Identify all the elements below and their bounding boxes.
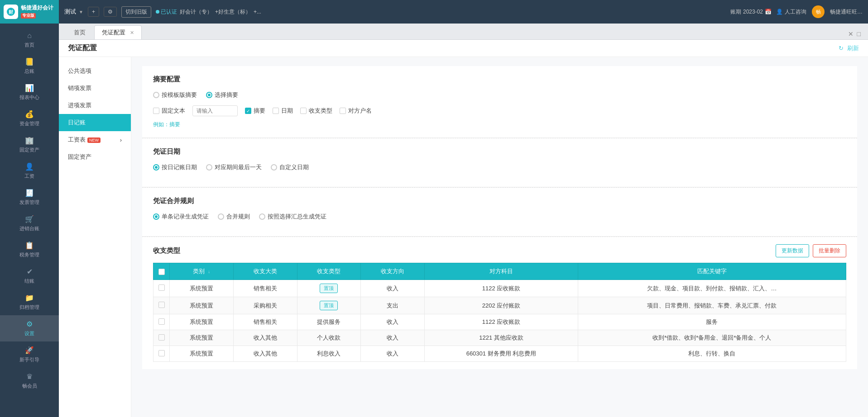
- radio-circle-select: [206, 92, 212, 98]
- update-data-btn[interactable]: 更新数据: [776, 244, 809, 257]
- fixed-text-input[interactable]: [192, 105, 238, 116]
- sidebar-item-guide[interactable]: 🚀 新手引导: [0, 341, 59, 368]
- purchase-icon: 🛒: [25, 215, 34, 223]
- checkbox-box-summary: ✓: [245, 108, 251, 114]
- topbar: 测试 ▼ + ⚙ 切到旧版 已认证 好会计（专） +好生意（标） +... 账期…: [59, 0, 868, 24]
- td-checkbox-1: [153, 280, 170, 297]
- summary-config-section: 摘要配置 按模板版摘要 选择摘要: [142, 66, 857, 138]
- merge-radio-rules[interactable]: 合并规则: [218, 213, 250, 221]
- topbar-settings-btn[interactable]: ⚙: [104, 7, 117, 17]
- archive-icon: 📁: [25, 294, 34, 302]
- member-icon: ♛: [26, 372, 33, 381]
- sidebar-item-assets[interactable]: 🏢 固定资产: [0, 132, 59, 158]
- summary-radio-select[interactable]: 选择摘要: [206, 91, 238, 99]
- table-row: 系统预置 销售相关 置顶 收入 1122 应收账款 欠款、现金、项目款、到付款、…: [153, 280, 846, 297]
- sidebar-logo: 财 畅捷通好会计 专业版: [0, 0, 59, 24]
- type-tag-2[interactable]: 置顶: [320, 301, 338, 310]
- td-checkbox-5: [153, 346, 170, 362]
- checkbox-date[interactable]: 日期: [273, 107, 293, 115]
- topbar-consult-btn[interactable]: 👤 人工咨询: [776, 8, 806, 16]
- sidebar-item-purchase[interactable]: 🛒 进销台账: [0, 210, 59, 237]
- checkbox-type[interactable]: 收支类型: [300, 107, 332, 115]
- row-checkbox-2[interactable]: [158, 302, 165, 308]
- left-menu-public[interactable]: 公共选项: [59, 62, 131, 80]
- left-menu-purchase-invoice[interactable]: 进项发票: [59, 97, 131, 114]
- tab-voucher-config[interactable]: 凭证配置 ✕: [94, 25, 142, 39]
- left-menu-journal[interactable]: 日记账: [59, 114, 131, 131]
- th-direction: 收支方向: [361, 263, 425, 280]
- td-major-5: 收入其他: [233, 346, 297, 362]
- row-checkbox-3[interactable]: [158, 318, 165, 325]
- td-major-4: 收入其他: [233, 330, 297, 346]
- tab-close-icon[interactable]: ✕: [130, 30, 134, 35]
- sidebar-item-checkout[interactable]: ✔ 结账: [0, 263, 59, 289]
- td-checkbox-4: [153, 330, 170, 346]
- sidebar-item-invoice[interactable]: 🧾 发票管理: [0, 184, 59, 210]
- td-account-3: 1122 应收账款: [425, 314, 578, 330]
- checkbox-fixed-text[interactable]: 固定文本: [153, 107, 185, 115]
- tab-home[interactable]: 首页: [66, 25, 93, 39]
- checkbox-counterpart[interactable]: 对方户名: [340, 107, 372, 115]
- left-menu-payroll[interactable]: 工资表NEW ›: [59, 131, 131, 148]
- radio-circle-rules: [218, 213, 224, 220]
- td-type-1: 置顶: [297, 280, 361, 297]
- merge-radio-single[interactable]: 单条记录生成凭证: [153, 213, 209, 221]
- td-direction-2: 支出: [361, 297, 425, 314]
- sidebar-item-funds[interactable]: 💰 资金管理: [0, 105, 59, 132]
- date-radio-period-end[interactable]: 对应期间最后一天: [206, 163, 262, 171]
- sidebar-item-settings[interactable]: ⚙ 设置: [0, 315, 59, 341]
- page-header: 凭证配置 ↻ 刷新: [59, 40, 868, 57]
- batch-delete-btn[interactable]: 批量删除: [813, 244, 846, 257]
- type-tag-1[interactable]: 置顶: [320, 284, 338, 293]
- td-account-5: 660301 财务费用 利息费用: [425, 346, 578, 362]
- checkbox-summary[interactable]: ✓ 摘要: [245, 107, 265, 115]
- tab-close-all-icon[interactable]: ✕: [848, 30, 854, 38]
- radio-circle-journal: [153, 164, 159, 171]
- date-radio-journal[interactable]: 按日记账日期: [153, 163, 197, 171]
- table-row: 系统预置 销售相关 提供服务 收入 1122 应收账款 服务: [153, 314, 846, 330]
- sidebar-item-ledger[interactable]: 📒 总账: [0, 53, 59, 79]
- topbar-add-btn[interactable]: +: [88, 7, 99, 17]
- topbar-company[interactable]: 测试 ▼: [64, 8, 83, 16]
- voucher-date-title: 凭证日期: [153, 147, 846, 156]
- radio-circle-single: [153, 213, 159, 220]
- td-type-2: 置顶: [297, 297, 361, 314]
- example-text: 例如：摘要: [153, 121, 846, 128]
- row-checkbox-1[interactable]: [158, 284, 165, 291]
- row-checkbox-5[interactable]: [158, 350, 165, 356]
- settings-icon: ⚙: [26, 320, 33, 328]
- date-radio-custom[interactable]: 自定义日期: [271, 163, 309, 171]
- td-type-3: 提供服务: [297, 314, 361, 330]
- row-checkbox-4[interactable]: [158, 334, 165, 341]
- badge-more: +...: [254, 9, 261, 15]
- select-all-checkbox[interactable]: ✓: [158, 269, 165, 275]
- topbar-right: 👤 人工咨询 畅 畅捷通旺旺…: [776, 5, 863, 18]
- td-direction-4: 收入: [361, 330, 425, 346]
- salary-icon: 👤: [25, 162, 34, 171]
- sidebar-item-reports[interactable]: 📊 报表中心: [0, 79, 59, 105]
- company-dropdown-icon: ▼: [79, 9, 83, 14]
- left-menu-sales-invoice[interactable]: 销项发票: [59, 80, 131, 97]
- sidebar-item-member[interactable]: ♛ 畅会员: [0, 368, 59, 394]
- th-checkbox: ✓: [153, 263, 170, 280]
- td-type-5: 利息收入: [297, 346, 361, 362]
- sidebar-item-home[interactable]: ⌂ 首页: [0, 27, 59, 53]
- left-menu-fixed-assets[interactable]: 固定资产: [59, 148, 131, 166]
- td-keywords-5: 利息、行转、换自: [578, 346, 846, 362]
- td-checkbox-3: [153, 314, 170, 330]
- sidebar-item-archive[interactable]: 📁 归档管理: [0, 289, 59, 315]
- tax-icon: 📋: [25, 241, 34, 250]
- ledger-icon: 📒: [25, 57, 34, 66]
- summary-radio-template[interactable]: 按模板版摘要: [153, 91, 197, 99]
- main-content: 摘要配置 按模板版摘要 选择摘要: [131, 57, 868, 417]
- assets-icon: 🏢: [25, 136, 34, 145]
- tab-maximize-icon[interactable]: □: [857, 30, 861, 38]
- sidebar-item-salary[interactable]: 👤 工资: [0, 158, 59, 184]
- checkbox-box-fixed: [153, 108, 159, 114]
- refresh-btn[interactable]: ↻ 刷新: [839, 44, 859, 52]
- td-keywords-4: 收到*借款、收到*备用金、退回*备用金、个人: [578, 330, 846, 346]
- td-checkbox-2: [153, 297, 170, 314]
- sidebar-item-tax[interactable]: 📋 税务管理: [0, 237, 59, 263]
- merge-radio-summary[interactable]: 按照选择汇总生成凭证: [259, 213, 326, 221]
- topbar-switch-btn[interactable]: 切到旧版: [121, 6, 151, 18]
